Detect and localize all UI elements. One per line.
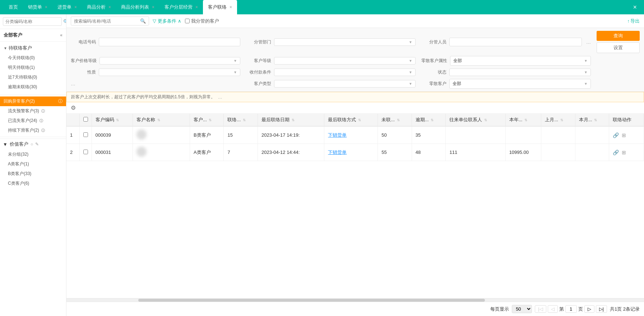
cell-contact-2: 7: [224, 144, 258, 161]
nav-customer-contact[interactable]: 客户联络 ×: [203, 0, 237, 14]
sidebar-item-class-c[interactable]: C类客户(6): [0, 179, 66, 188]
sidebar-item-loss-warning[interactable]: 流失预警客户(3) ⓘ: [0, 106, 66, 116]
select-retail-attr[interactable]: 全部 ▼: [450, 56, 591, 66]
select-customer-level[interactable]: ▼: [274, 57, 416, 65]
extra-dots-icon[interactable]: …: [71, 81, 75, 86]
price-edit-icon[interactable]: ✎: [35, 142, 39, 147]
sort-this-month-icon[interactable]: ⇅: [594, 118, 597, 122]
search-submit-icon[interactable]: 🔍: [140, 18, 146, 24]
col-this-year: 本年... ⇅: [505, 114, 541, 126]
sort-code-icon[interactable]: ⇅: [116, 118, 119, 122]
search-box: 🔍: [71, 16, 149, 25]
nav-home[interactable]: 首页: [4, 0, 23, 14]
sidebar-item-class-a[interactable]: A类客户(1): [0, 159, 66, 169]
sort-unread-icon[interactable]: ⇅: [397, 118, 400, 122]
row-checkbox-1[interactable]: [83, 132, 88, 137]
sort-last-method-icon[interactable]: ⇅: [358, 118, 361, 122]
horizontal-scrollbar[interactable]: [66, 298, 644, 302]
first-page-btn[interactable]: |◁: [535, 305, 546, 313]
sidebar-item-abnormal[interactable]: 回购异常客户(2) ⓘ: [0, 96, 66, 106]
select-price-level[interactable]: ▼: [99, 57, 240, 65]
my-customers-checkbox[interactable]: [185, 19, 190, 23]
sidebar-item-tomorrow[interactable]: 明天待联络(1): [0, 63, 66, 72]
sidebar-collapse-icon[interactable]: «: [60, 33, 62, 38]
close-purchase-order[interactable]: ×: [74, 0, 77, 14]
link-icon-1[interactable]: 🔗: [613, 132, 619, 138]
more-conditions-btn[interactable]: ▽ 更多条件 ∧: [153, 18, 181, 24]
sort-last-date-icon[interactable]: ⇅: [292, 118, 295, 122]
last-method-link-2[interactable]: 下销货单: [328, 150, 347, 155]
query-button[interactable]: 查询: [597, 31, 640, 41]
next-page-btn[interactable]: ▷: [584, 305, 594, 313]
prev-page-btn[interactable]: ◁: [548, 305, 558, 313]
link-icon-2[interactable]: 🔗: [613, 150, 619, 155]
sidebar-item-lost[interactable]: 已流失客户(24) ⓘ: [0, 116, 66, 126]
sidebar-item-class-b[interactable]: B类客户(33): [0, 169, 66, 179]
sidebar-item-today[interactable]: 今天待联络(0): [0, 53, 66, 63]
close-product-analysis-list[interactable]: ×: [152, 0, 154, 14]
sort-overdue-icon[interactable]: ⇅: [431, 118, 434, 122]
sort-last-month-icon[interactable]: ⇅: [560, 118, 563, 122]
select-nature[interactable]: ▼: [99, 69, 240, 76]
table-settings-icon[interactable]: ⚙: [71, 104, 76, 111]
settings-button[interactable]: 设置: [597, 42, 640, 53]
grid-icon-1[interactable]: ⊞: [622, 132, 626, 138]
per-page-select[interactable]: 50 20 100: [512, 305, 532, 313]
sidebar-item-unclassified[interactable]: 未分组(32): [0, 150, 66, 159]
nav-purchase-order[interactable]: 进货单 ×: [52, 0, 82, 14]
input-phone[interactable]: [99, 38, 240, 46]
col-name-label: 客户名称: [136, 117, 155, 122]
chevron-down-icon-4: ▼: [584, 59, 588, 63]
col-type: 客户... ⇅: [190, 114, 224, 126]
tooltip-more-icon[interactable]: …: [218, 95, 222, 100]
cell-unread-1: 50: [378, 126, 412, 144]
row-checkbox-2[interactable]: [83, 150, 88, 154]
manager-more-icon[interactable]: …: [586, 39, 591, 45]
nav-product-analysis[interactable]: 商品分析 ×: [82, 0, 116, 14]
select-dept[interactable]: ▼: [274, 38, 416, 46]
sidebar-search-icon[interactable]: 🔍: [63, 19, 66, 24]
sidebar-item-overdue[interactable]: 逾期未联络(30): [0, 82, 66, 92]
filter-customer-level: 客户等级 ▼: [246, 57, 416, 65]
select-status[interactable]: ▼: [449, 69, 591, 76]
chevron-up-icon: ∧: [178, 18, 181, 24]
close-product-analysis[interactable]: ×: [108, 0, 111, 14]
col-contacts: 往来单位联系人 ⇅: [446, 114, 505, 126]
sidebar-search-input[interactable]: [3, 17, 62, 26]
nav-sales-order[interactable]: 销货单 ×: [23, 0, 52, 14]
sidebar-item-declining[interactable]: 持续下滑客户(2) ⓘ: [0, 126, 66, 135]
page-number-input[interactable]: [565, 305, 577, 313]
sidebar-group-pending[interactable]: ▼ 待联络客户: [0, 43, 66, 53]
select-retail-customer[interactable]: 全部 ▼: [449, 79, 591, 89]
select-customer-type[interactable]: ▼: [274, 80, 416, 88]
export-button[interactable]: ↑ 导出: [627, 18, 640, 24]
last-method-link-1[interactable]: 下销货单: [328, 132, 347, 138]
price-circle-icon[interactable]: ○: [31, 142, 33, 147]
table-row: 1 000039 B类客户 15 2023-04-17 14:19: 下销货单: [66, 126, 644, 144]
sort-type-icon[interactable]: ⇅: [209, 118, 212, 122]
grid-icon-2[interactable]: ⊞: [622, 150, 626, 155]
window-close-button[interactable]: ×: [629, 4, 640, 11]
col-unread-label: 未联...: [381, 117, 395, 122]
nav-customer-segments[interactable]: 客户分层经营 ×: [159, 0, 203, 14]
label-nature: 性质: [71, 69, 96, 75]
sort-this-year-icon[interactable]: ⇅: [524, 118, 527, 122]
close-sales-order[interactable]: ×: [45, 0, 47, 14]
sort-contacts-icon[interactable]: ⇅: [484, 118, 487, 122]
close-customer-contact[interactable]: ×: [230, 0, 232, 14]
scrollbar-thumb[interactable]: [138, 299, 485, 302]
sidebar-item-7days[interactable]: 近7天待联络(0): [0, 72, 66, 82]
last-page-btn[interactable]: ▷|: [596, 305, 607, 313]
select-all-checkbox[interactable]: [83, 117, 88, 122]
sort-contact-icon[interactable]: ⇅: [243, 118, 246, 122]
select-payment[interactable]: ▼: [274, 69, 416, 76]
chevron-down-icon-6: ▼: [409, 70, 412, 74]
sort-name-icon[interactable]: ⇅: [157, 118, 160, 122]
input-manager[interactable]: [449, 38, 582, 46]
search-input[interactable]: [74, 19, 139, 24]
nav-product-analysis-list[interactable]: 商品分析列表 ×: [116, 0, 159, 14]
close-customer-segments[interactable]: ×: [195, 0, 198, 14]
filter-retail-customer: 零散客户 全部 ▼: [421, 79, 591, 89]
col-this-month-label: 本月...: [579, 117, 592, 122]
sidebar-all-customers-label: 全部客户: [4, 32, 22, 38]
